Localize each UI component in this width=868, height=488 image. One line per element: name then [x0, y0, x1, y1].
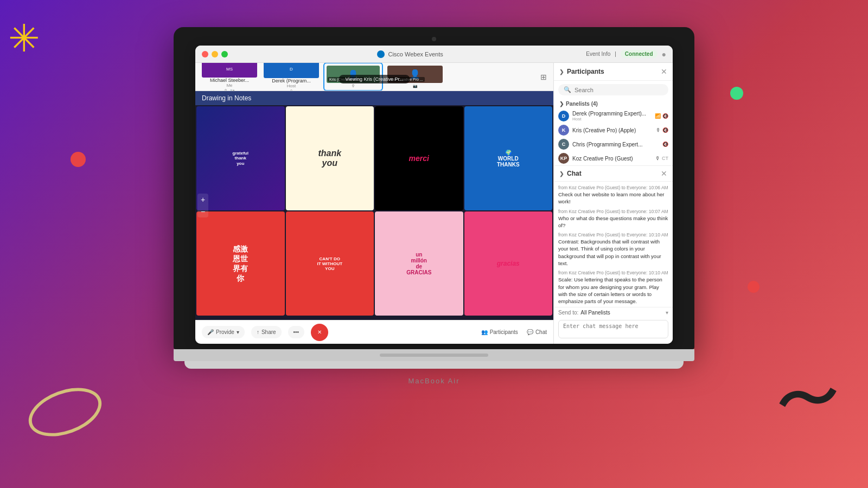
- participants-end-button[interactable]: 👥 Participants: [481, 329, 518, 335]
- derek-avatar: D: [558, 111, 569, 121]
- chris-muted-icon: 🔇: [662, 142, 668, 147]
- minimize-button[interactable]: [212, 51, 218, 57]
- art-card-gracias: gracias: [464, 211, 553, 316]
- chat-msg-1: from Koz Creative Pro (Guest) to Everyon…: [558, 185, 668, 206]
- share-label: Share: [261, 329, 276, 335]
- search-box[interactable]: 🔍: [558, 84, 668, 95]
- art-card-grateful: gratefulthankyou: [196, 106, 285, 210]
- participants-section-header: ❯ Participants ✕: [554, 63, 673, 81]
- provide-icon: 🎤: [207, 329, 214, 335]
- search-icon: 🔍: [564, 86, 571, 93]
- panelists-header: ❯ Panelists (4): [554, 99, 673, 109]
- kris-panelist-name: Kris (Creative Pro) (Apple): [572, 127, 653, 133]
- search-input[interactable]: [575, 87, 663, 93]
- chat-section-header: ❯ Chat ✕: [554, 166, 673, 182]
- chat-end-button[interactable]: 💬 Chat: [527, 329, 547, 335]
- chris-name: Chris (Programming Expert...: [572, 142, 659, 147]
- laptop: Cisco Webex Events Event Info | Connecte…: [174, 27, 694, 369]
- chat-time-3: 10:10 AM: [649, 232, 668, 237]
- koz-panelist-avatar: KP: [558, 153, 569, 164]
- participant-kris-icons: 🎙: [352, 84, 355, 88]
- zoom-out-button[interactable]: −: [197, 206, 208, 217]
- art-card-world-thanks: 🌍WORLDTHANKS: [464, 106, 553, 210]
- art-text-merci: merci: [375, 106, 463, 210]
- more-button[interactable]: •••: [288, 326, 305, 338]
- provide-label: Provide: [216, 329, 234, 335]
- participants-title: Participants: [567, 68, 604, 75]
- event-info-button[interactable]: Event Info: [586, 51, 610, 57]
- app-title: Cisco Webex Events: [388, 51, 443, 57]
- chat-text-1: Check out her website to learn more abou…: [558, 191, 668, 206]
- signal-icon: 📶: [655, 113, 661, 119]
- maximize-button[interactable]: [221, 51, 228, 57]
- participant-michael[interactable]: MS Michael Steeber... Me 🎙 📷: [200, 63, 259, 91]
- chat-time-2: 10:07 AM: [649, 209, 668, 214]
- camera: [432, 37, 436, 41]
- traffic-lights: [202, 51, 228, 57]
- provide-button[interactable]: 🎤 Provide ▾: [202, 326, 245, 338]
- art-text-world-thanks: 🌍WORLDTHANKS: [464, 106, 553, 210]
- koz-controls: 🎙 CT: [655, 156, 668, 161]
- participant-michael-role: Me: [226, 83, 232, 88]
- webex-body: MS Michael Steeber... Me 🎙 📷: [195, 63, 673, 344]
- participant-derek[interactable]: D Derek (Program... Host 🎙: [261, 63, 321, 91]
- laptop-hinge: [380, 354, 488, 357]
- art-card-cant-do: CAN'T DOIT WITHOUTYOU: [286, 211, 374, 316]
- chris-controls: 🔇: [662, 142, 668, 147]
- chat-meta-3: from Koz Creative Pro (Guest) to Everyon…: [558, 232, 668, 237]
- participants-label: Participants: [490, 329, 518, 335]
- chat-title: Chat: [567, 170, 582, 177]
- mic-green-icon: 🎙: [656, 127, 661, 133]
- panelist-chris: C Chris (Programming Expert... 🔇: [554, 137, 673, 151]
- chat-input[interactable]: [558, 320, 668, 338]
- zoom-in-button[interactable]: +: [197, 194, 208, 206]
- chevron-panelists: ❯: [559, 101, 564, 107]
- chat-input-area: [554, 318, 673, 344]
- bottom-toolbar: 🎤 Provide ▾ ↑ Share ••• ✕ 👥: [195, 320, 553, 344]
- panelist-kris: K Kris (Creative Pro) (Apple) 🎙 🔇: [554, 123, 673, 137]
- chat-close-button[interactable]: ✕: [661, 169, 667, 178]
- participants-section-title: ❯ Participants: [559, 68, 604, 75]
- laptop-base: MacBook Air: [184, 361, 684, 369]
- art-text-thankyou: thankyou: [286, 106, 374, 210]
- macbook-label: MacBook Air: [409, 377, 460, 385]
- chat-section: ❯ Chat ✕ from Koz Creative Pro (Guest) t…: [554, 165, 673, 344]
- chat-msg-4: from Koz Creative Pro (Guest) to Everyon…: [558, 270, 668, 305]
- end-call-button[interactable]: ✕: [311, 324, 328, 341]
- close-button[interactable]: [202, 51, 208, 57]
- art-text-millon: unmillóndeGRACIAS: [375, 211, 463, 316]
- provide-chevron: ▾: [237, 329, 239, 335]
- send-to-value: All Panelists: [580, 310, 666, 316]
- panelist-koz: KP Koz Creative Pro (Guest) 🎙 CT: [554, 151, 673, 165]
- chat-label: Chat: [535, 329, 547, 335]
- webex-logo-icon: [377, 50, 385, 58]
- window-close-button[interactable]: ●: [662, 50, 666, 59]
- send-to-chevron-icon[interactable]: ▾: [666, 310, 668, 316]
- participants-close-button[interactable]: ✕: [661, 67, 667, 76]
- content-area: Drawing in Notes gratefulthankyou thank: [195, 91, 553, 320]
- zoom-controls: + −: [197, 194, 208, 217]
- koz-mic-icon: 🎙: [655, 156, 660, 161]
- chat-time-1: 10:06 AM: [649, 185, 668, 190]
- cam-icon: 📷: [413, 84, 418, 88]
- left-panel: MS Michael Steeber... Me 🎙 📷: [195, 63, 553, 344]
- participant-derek-role: Host: [287, 84, 296, 88]
- derek-controls: 📶 🔇: [655, 113, 668, 119]
- participant-derek-name: Derek (Program...: [264, 78, 319, 84]
- grid-view-button[interactable]: ⊞: [538, 70, 549, 84]
- art-card-chinese: 感激恩世界有你: [196, 211, 285, 316]
- separator: |: [615, 51, 616, 57]
- chat-text-4: Scale: Use lettering that speaks to the …: [558, 276, 668, 305]
- art-card-merci: merci: [375, 106, 463, 210]
- mic-icon: 🎙: [352, 84, 355, 88]
- koz-panelist-name: Koz Creative Pro (Guest): [572, 156, 652, 162]
- participant-koz-icons: 📷: [413, 84, 418, 88]
- art-grid: gratefulthankyou thankyou merci: [195, 105, 553, 318]
- title-bar-center: Cisco Webex Events: [234, 50, 586, 58]
- share-button[interactable]: ↑ Share: [251, 326, 282, 338]
- connected-badge: Connected: [621, 50, 658, 58]
- chevron-icon: ❯: [559, 69, 564, 75]
- send-to-label: Send to:: [558, 310, 578, 316]
- derek-name: Derek (Programming Expert)...: [572, 111, 652, 117]
- chat-meta-2: from Koz Creative Pro (Guest) to Everyon…: [558, 209, 668, 214]
